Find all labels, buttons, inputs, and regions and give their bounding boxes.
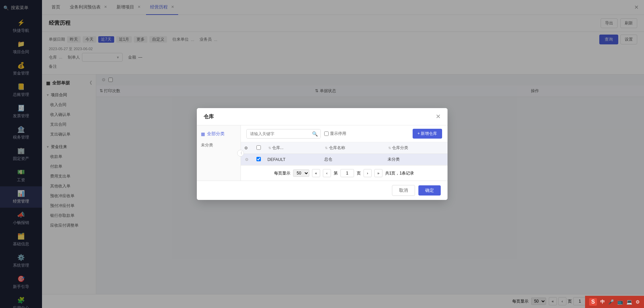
- row-code-cell: DEFAULT: [264, 154, 321, 165]
- dialog-left-panel: ▦ 全部分类 未分类 《: [197, 125, 241, 181]
- row-settings-icon[interactable]: ⚙: [245, 157, 249, 162]
- dialog-left-collapse-btn[interactable]: 《: [237, 150, 244, 157]
- dialog-right-panel: 🔍 显示停用 + 新增仓库 ⚙: [241, 125, 448, 181]
- dialog-body: ▦ 全部分类 未分类 《 🔍 显示停用: [197, 125, 448, 181]
- taskbar-settings-icon[interactable]: ⚙: [636, 299, 640, 305]
- dialog-prev-btn[interactable]: ‹: [323, 169, 331, 177]
- col-code-th: ⇅ 仓库...: [264, 142, 321, 154]
- dialog-last-btn[interactable]: »: [374, 169, 382, 177]
- show-disabled-text: 显示停用: [330, 131, 346, 137]
- dialog-first-btn[interactable]: «: [312, 169, 320, 177]
- col-category-th: ⇅ 仓库分类: [384, 142, 448, 154]
- dialog-overlay: 仓库 ✕ ▦ 全部分类 未分类 《 🔍: [0, 0, 644, 308]
- dialog-all-category-label: 全部分类: [207, 131, 225, 137]
- warehouse-dialog: 仓库 ✕ ▦ 全部分类 未分类 《 🔍: [197, 108, 448, 200]
- dialog-search-wrap: 🔍: [246, 129, 321, 139]
- show-disabled-label[interactable]: 显示停用: [324, 131, 346, 137]
- dialog-total: 共1页，1条记录: [385, 170, 414, 176]
- dialog-header: 仓库 ✕: [197, 108, 448, 125]
- show-disabled-checkbox[interactable]: [324, 131, 329, 136]
- confirm-button[interactable]: 确定: [418, 185, 441, 196]
- dialog-table: ⚙ ⇅ 仓库... ⇅: [241, 142, 448, 165]
- grid-dots-icon: ▦: [201, 131, 205, 137]
- row-name-cell: 总仓: [321, 154, 384, 165]
- dialog-page-suffix: 页: [357, 170, 361, 176]
- dialog-title: 仓库: [204, 114, 214, 120]
- taskbar: S 中 🎤 📺 💻 ⚙: [585, 296, 644, 308]
- dialog-select-all[interactable]: [256, 145, 261, 150]
- taskbar-label: 中: [600, 299, 605, 305]
- col-settings-icon[interactable]: ⚙: [244, 146, 248, 150]
- dialog-toolbar: 🔍 显示停用 + 新增仓库: [241, 125, 448, 142]
- dialog-close-icon[interactable]: ✕: [436, 113, 441, 120]
- dialog-search-input[interactable]: [247, 130, 309, 138]
- taskbar-computer-icon[interactable]: 💻: [626, 299, 632, 305]
- taskbar-logo: S: [589, 298, 597, 306]
- dialog-per-page-select[interactable]: 50: [293, 169, 309, 177]
- col-checkbox-th: [253, 142, 264, 154]
- cancel-button[interactable]: 取消: [392, 185, 415, 196]
- dialog-page-label: 第: [334, 170, 338, 176]
- dialog-page-input[interactable]: [340, 169, 354, 177]
- taskbar-mic-icon[interactable]: 🎤: [608, 299, 614, 305]
- dialog-left-uncategorized[interactable]: 未分类: [197, 140, 241, 151]
- taskbar-monitor-icon[interactable]: 📺: [617, 299, 623, 305]
- sort-asc-icon[interactable]: ⇅: [268, 146, 271, 150]
- add-warehouse-btn[interactable]: + 新增仓库: [413, 129, 442, 139]
- dialog-left-header[interactable]: ▦ 全部分类: [197, 128, 241, 140]
- dialog-table-row[interactable]: ⚙ DEFAULT 总仓 未分类: [241, 154, 448, 165]
- col-name-sort-icon[interactable]: ⇅: [325, 146, 328, 150]
- row-checkbox[interactable]: [256, 157, 261, 161]
- row-category-cell: 未分类: [384, 154, 448, 165]
- dialog-pagination: 每页显示 50 « ‹ 第 页 › » 共1页，1条记录: [241, 165, 448, 181]
- row-checkbox-cell: [253, 154, 264, 165]
- col-category-sort-icon[interactable]: ⇅: [388, 146, 391, 150]
- dialog-table-wrap: ⚙ ⇅ 仓库... ⇅: [241, 142, 448, 165]
- dialog-next-btn[interactable]: ›: [363, 169, 372, 177]
- dialog-per-page-label: 每页显示: [274, 170, 290, 176]
- col-name-th: ⇅ 仓库名称: [321, 142, 384, 154]
- dialog-search-btn[interactable]: 🔍: [309, 129, 320, 138]
- dialog-footer: 取消 确定: [197, 181, 448, 200]
